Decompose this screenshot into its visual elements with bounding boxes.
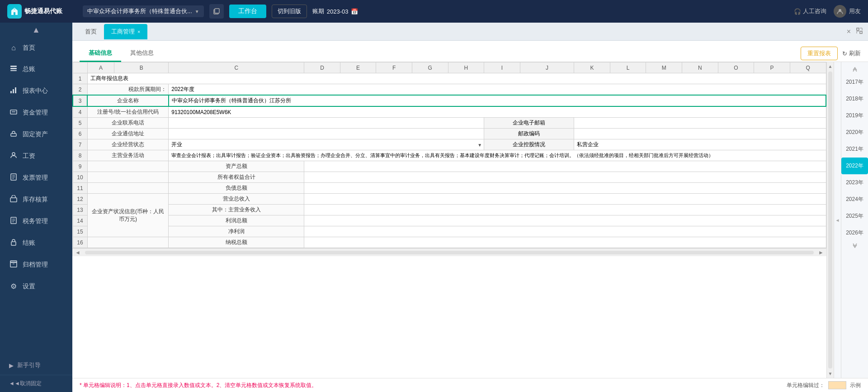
year-item-2021[interactable]: 2021年: [841, 141, 868, 158]
support-button[interactable]: 🎧 人工咨询: [794, 7, 826, 15]
total-tax-value[interactable]: [304, 237, 826, 248]
sidebar-item-funds[interactable]: 资金管理: [0, 102, 72, 124]
email-value[interactable]: [574, 118, 826, 129]
year-item-2023[interactable]: 2023年: [841, 174, 868, 191]
reset-button[interactable]: 重置报表: [801, 47, 838, 60]
sidebar-item-label: 归档管理: [23, 261, 48, 269]
row-num: 7: [73, 139, 87, 150]
sub-tab-basic[interactable]: 基础信息: [80, 45, 121, 62]
svg-rect-9: [15, 87, 16, 93]
old-version-button[interactable]: 切到旧版: [272, 5, 307, 18]
user-area[interactable]: 用友: [834, 5, 861, 18]
row-num: 6: [73, 129, 87, 139]
sidebar-scroll-up[interactable]: ▲: [0, 23, 72, 38]
sidebar-item-settings[interactable]: ⚙ 设置: [0, 276, 72, 297]
email-label: 企业电子邮箱: [484, 118, 574, 129]
sidebar-item-home[interactable]: ⌂ 首页: [0, 38, 72, 58]
v-scroll-down[interactable]: ▼: [827, 369, 834, 378]
year-panel-up[interactable]: [841, 64, 868, 74]
v-scroll-up[interactable]: ▲: [827, 62, 834, 71]
row-num: 4: [73, 106, 87, 118]
phone-value[interactable]: [169, 118, 484, 129]
sidebar-item-label: 资金管理: [23, 109, 48, 117]
year-item-2022[interactable]: 2022年: [841, 158, 868, 174]
collapse-panel-btn[interactable]: ◄: [834, 62, 841, 378]
year-item-2020[interactable]: 2020年: [841, 124, 868, 141]
reg-no-value[interactable]: 91320100MA208E5W6K: [169, 106, 826, 118]
year-item-2019[interactable]: 2019年: [841, 107, 868, 124]
year-item-2026[interactable]: 2026年: [841, 225, 868, 241]
scroll-right-btn[interactable]: ►: [816, 249, 826, 256]
tax-period-value[interactable]: 2022年度: [169, 84, 826, 96]
tab-close-icon[interactable]: ×: [137, 29, 140, 34]
year-item-2024[interactable]: 2024年: [841, 191, 868, 208]
refresh-button[interactable]: ↻ 刷新: [842, 49, 861, 57]
sidebar-item-assets[interactable]: 固定资产: [0, 124, 72, 145]
row-num: 8: [73, 150, 87, 161]
year-item-2017[interactable]: 2017年: [841, 74, 868, 91]
company-selector[interactable]: 中审众环会计师事务所（特殊普通合伙... ▼: [83, 5, 204, 17]
sample-label: 示例: [850, 382, 861, 389]
main-biz-value[interactable]: 审查企业会计报表；出具审计报告；验证企业资本；出具验资报告；办理企业合并、分立、…: [169, 150, 826, 161]
postcode-value[interactable]: [574, 129, 826, 139]
v-scroll-thumb[interactable]: [828, 72, 832, 368]
col-f: F: [376, 62, 412, 73]
col-a: A: [87, 62, 114, 73]
inventory-icon: [9, 195, 18, 204]
cancel-fixed-button[interactable]: ◄◄取消固定: [0, 375, 72, 392]
ledger-icon: [9, 65, 18, 74]
tab-home[interactable]: 首页: [78, 24, 104, 39]
revenue-value[interactable]: [304, 194, 826, 205]
h-scroll-track[interactable]: [85, 251, 814, 254]
equity-value[interactable]: [304, 172, 826, 183]
sidebar-item-salary[interactable]: 工资: [0, 145, 72, 167]
tab-industrial[interactable]: 工商管理 ×: [104, 24, 147, 39]
cell-edited-sample: [828, 381, 846, 389]
sidebar-item-closing[interactable]: 结账: [0, 232, 72, 254]
title-cell[interactable]: 工商年报信息表: [87, 73, 826, 84]
settings-icon: ⚙: [9, 282, 18, 291]
scroll-left-btn[interactable]: ◄: [72, 249, 83, 256]
sidebar-item-invoices[interactable]: 发票管理: [0, 167, 72, 189]
year-panel: 2017年 2018年 2019年 2020年 2021年 2022年 2023…: [841, 62, 868, 378]
address-value[interactable]: [169, 129, 484, 139]
year-item-2025[interactable]: 2025年: [841, 208, 868, 225]
year-panel-down[interactable]: [841, 241, 868, 251]
table-row: 6 企业通信地址 邮政编码: [73, 129, 826, 139]
row-num: 11: [73, 183, 87, 194]
profit-value[interactable]: [304, 215, 826, 226]
home-tab-label: 首页: [85, 28, 97, 36]
debt-value[interactable]: [304, 183, 826, 194]
copy-icon[interactable]: [209, 4, 224, 19]
net-profit-value[interactable]: [304, 226, 826, 237]
sidebar-item-reports[interactable]: 报表中心: [0, 80, 72, 102]
workbench-button[interactable]: 工作台: [229, 5, 266, 18]
col-g: G: [412, 62, 448, 73]
table-row: 14 利润总额: [73, 215, 826, 226]
top-header: 畅捷通易代账 中审众环会计师事务所（特殊普通合伙... ▼ 工作台 切到旧版 账…: [0, 0, 868, 23]
ownership-value[interactable]: 私营企业: [574, 139, 826, 150]
calendar-icon[interactable]: 📅: [351, 8, 358, 15]
col-d: D: [304, 62, 340, 73]
biz-status-value[interactable]: 开业 ▼: [169, 139, 484, 150]
assets-value[interactable]: [304, 161, 826, 172]
sidebar-item-inventory[interactable]: 库存核算: [0, 189, 72, 210]
col-o: O: [718, 62, 754, 73]
company-name-value[interactable]: 中审众环会计师事务所（特殊普通合伙）江苏分所: [169, 95, 826, 106]
sidebar-item-tax[interactable]: 税务管理: [0, 210, 72, 232]
sidebar-item-archive[interactable]: 归档管理: [0, 254, 72, 276]
year-item-2018[interactable]: 2018年: [841, 91, 868, 107]
row-num: 2: [73, 84, 87, 96]
bottom-bar: * 单元格编辑说明：1、点击单元格直接录入数值或文本。2、清空单元格数值或文本恢…: [72, 378, 868, 392]
row-num: 9: [73, 161, 87, 172]
expand-window-icon[interactable]: [856, 28, 863, 36]
sidebar-item-ledger[interactable]: 总账: [0, 58, 72, 80]
empty-label-10: [87, 172, 169, 183]
close-window-icon[interactable]: ×: [847, 28, 851, 36]
spreadsheet-container[interactable]: A B C D E F G H I J K L: [72, 62, 826, 378]
row-num: 13: [73, 205, 87, 215]
main-revenue-value[interactable]: [304, 205, 826, 215]
row-num: 14: [73, 215, 87, 226]
sub-tab-other[interactable]: 其他信息: [121, 45, 163, 62]
new-guide-button[interactable]: ▶ 新手引导: [0, 356, 72, 375]
